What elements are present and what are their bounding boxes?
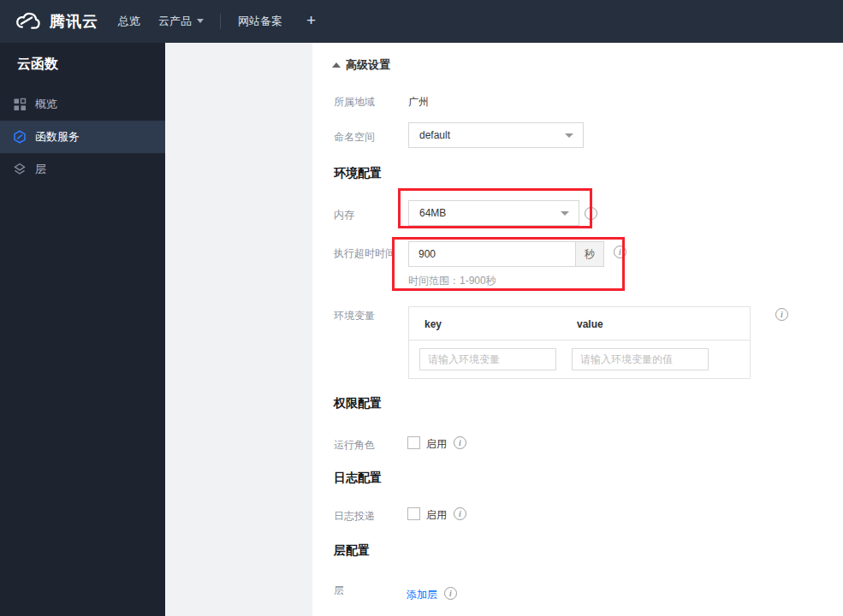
- env-vars-info-icon[interactable]: i: [775, 308, 788, 321]
- sidebar-item-label: 概览: [35, 97, 57, 112]
- env-vars-table-row: [409, 341, 750, 378]
- region-value: 广州: [408, 95, 429, 110]
- namespace-select[interactable]: default: [408, 122, 584, 148]
- sidebar-item-label: 函数服务: [35, 129, 80, 145]
- env-config-header: 环境配置: [334, 166, 382, 181]
- sidebar-item-overview[interactable]: 概览: [0, 88, 165, 121]
- env-key-column-header: key: [424, 318, 442, 330]
- chevron-down-icon: [561, 211, 569, 216]
- sidebar-title: 云函数: [17, 56, 58, 74]
- region-label: 所属地域: [334, 95, 375, 110]
- run-role-enable-checkbox[interactable]: [407, 436, 420, 449]
- namespace-label: 命名空间: [334, 130, 375, 145]
- memory-select[interactable]: 64MB: [408, 200, 579, 226]
- env-value-input[interactable]: [572, 348, 709, 370]
- grid-icon: [13, 98, 27, 111]
- collapse-arrow-icon: [332, 62, 341, 68]
- memory-label: 内存: [334, 208, 354, 222]
- timeout-label: 执行超时时间: [334, 246, 395, 261]
- sidebar-item-function-service[interactable]: 函数服务: [0, 121, 165, 153]
- log-delivery-enable-checkbox[interactable]: [407, 507, 420, 520]
- env-vars-table: key value: [408, 306, 751, 379]
- nav-item-overview[interactable]: 总览: [118, 0, 140, 43]
- sidebar-item-layers[interactable]: 层: [0, 153, 165, 186]
- memory-selected-value: 64MB: [419, 207, 446, 219]
- advanced-settings-toggle[interactable]: 高级设置: [332, 57, 390, 73]
- env-key-input[interactable]: [419, 348, 556, 370]
- run-role-enable-label: 启用: [426, 437, 447, 452]
- nav-add-button[interactable]: +: [306, 0, 316, 43]
- log-delivery-enable-label: 启用: [426, 508, 447, 523]
- log-delivery-info-icon[interactable]: i: [454, 507, 466, 520]
- tencent-cloud-logo[interactable]: 腾讯云: [14, 10, 98, 32]
- advanced-settings-label: 高级设置: [346, 57, 390, 73]
- layers-icon: [13, 163, 27, 176]
- env-value-column-header: value: [577, 318, 603, 330]
- timeout-range-hint: 时间范围：1-900秒: [408, 274, 496, 288]
- sidebar: 云函数 概览 函数服务 层: [0, 43, 165, 616]
- add-layer-link[interactable]: 添加层: [407, 588, 437, 602]
- permission-header: 权限配置: [334, 396, 382, 412]
- timeout-unit: 秒: [576, 241, 604, 267]
- add-layer-info-icon[interactable]: i: [444, 587, 457, 600]
- log-delivery-label: 日志投递: [334, 509, 375, 524]
- run-role-info-icon[interactable]: i: [454, 436, 466, 449]
- chevron-down-icon: [197, 19, 204, 23]
- timeout-input-group: 秒: [408, 241, 604, 267]
- run-role-label: 运行角色: [334, 438, 375, 453]
- layer-label: 层: [334, 583, 344, 598]
- nav-item-cloud-products[interactable]: 云产品: [158, 0, 204, 43]
- brand-name: 腾讯云: [50, 11, 98, 32]
- function-service-icon: [13, 130, 27, 144]
- layer-config-header: 层配置: [334, 543, 370, 559]
- top-nav: 腾讯云 总览 云产品 网站备案 +: [0, 0, 843, 43]
- secondary-panel: [165, 43, 312, 616]
- log-config-header: 日志配置: [334, 471, 382, 486]
- env-vars-table-header: key value: [409, 307, 750, 341]
- env-vars-label: 环境变量: [334, 309, 375, 323]
- nav-item-icp-filing[interactable]: 网站备案: [238, 0, 282, 43]
- chevron-down-icon: [565, 133, 573, 138]
- cloud-logo-icon: [14, 10, 43, 32]
- memory-info-icon[interactable]: i: [585, 207, 597, 220]
- main-content: 高级设置 所属地域 广州 命名空间 default 环境配置 内存 64MB i…: [312, 43, 843, 616]
- nav-divider: [220, 14, 221, 29]
- namespace-selected-value: default: [419, 129, 450, 141]
- timeout-info-icon[interactable]: i: [614, 246, 626, 258]
- timeout-input[interactable]: [408, 241, 576, 267]
- sidebar-item-label: 层: [35, 162, 46, 177]
